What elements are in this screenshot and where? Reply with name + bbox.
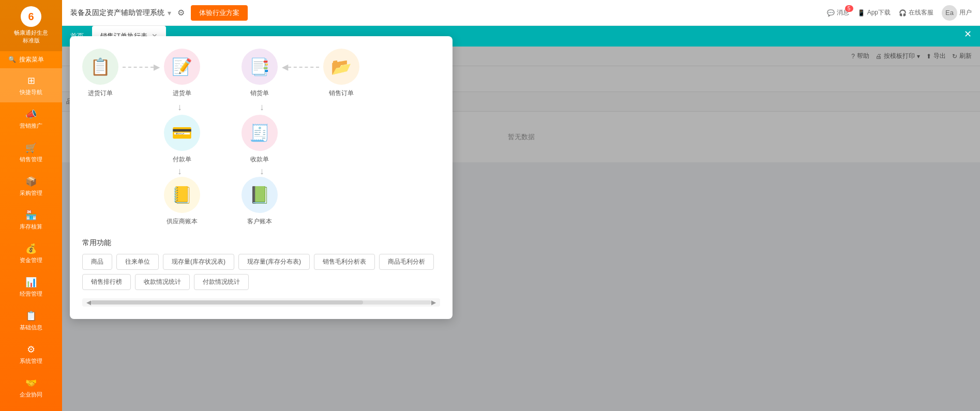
sales-bill-label: 销货单 bbox=[250, 89, 269, 98]
receipt-bill-label: 收款单 bbox=[250, 155, 269, 164]
customer-ledger-node: 📗 客户账本 bbox=[242, 177, 278, 226]
customer-ledger-label: 客户账本 bbox=[247, 217, 272, 226]
purchase-bill-icon: 📝 bbox=[164, 49, 200, 85]
dropdown-arrow-icon: ▾ bbox=[168, 9, 171, 17]
purchase-order-icon: 📋 bbox=[82, 49, 118, 85]
supplier-ledger-node: 📒 供应商账本 bbox=[164, 177, 200, 226]
common-functions-title: 常用功能 bbox=[82, 238, 440, 248]
scroll-right-icon[interactable]: ▶ bbox=[431, 299, 436, 306]
sidebar-item-operations[interactable]: 📊经营管理 bbox=[0, 270, 62, 304]
common-btn-0[interactable]: 商品 bbox=[82, 254, 112, 270]
sidebar-item-basic-info[interactable]: 📋基础信息 bbox=[0, 304, 62, 338]
message-button[interactable]: 💬 消息 5 bbox=[827, 8, 849, 17]
enterprise-icon: 🤝 bbox=[25, 377, 37, 389]
sales-order-node: 📂 销售订单 bbox=[323, 49, 359, 98]
scroll-thumb bbox=[91, 300, 363, 305]
scroll-left-icon[interactable]: ◀ bbox=[86, 299, 91, 306]
sidebar-nav: ⊞快捷导航📣营销推广🛒销售管理📦采购管理🏪库存核算💰资金管理📊经营管理📋基础信息… bbox=[0, 69, 62, 411]
popup-scrollbar[interactable]: ◀ ▶ bbox=[82, 298, 440, 307]
purchase-order-label: 进货订单 bbox=[88, 89, 113, 98]
supplier-ledger-label: 供应商账本 bbox=[167, 217, 198, 226]
common-buttons-row: 商品往来单位现存量(库存状况表)现存量(库存分布表)销售毛利分析表商品毛利分析销… bbox=[82, 254, 440, 290]
quick-nav-icon: ⊞ bbox=[27, 75, 35, 86]
common-btn-6[interactable]: 销售排行榜 bbox=[82, 274, 131, 290]
inventory-icon: 🏪 bbox=[25, 209, 37, 221]
marketing-icon: 📣 bbox=[25, 109, 37, 120]
system-icon: ⚙ bbox=[27, 344, 35, 355]
sidebar-item-quick-nav[interactable]: ⊞快捷导航 bbox=[0, 69, 62, 102]
avatar: Ea bbox=[942, 5, 957, 21]
purchase-icon: 📦 bbox=[25, 176, 37, 187]
system-name: 装备及固定资产辅助管理系统 bbox=[70, 8, 164, 18]
common-btn-1[interactable]: 往来单位 bbox=[116, 254, 159, 270]
sales-order-label: 销售订单 bbox=[329, 89, 354, 98]
sidebar-search[interactable]: 🔍 搜索菜单 bbox=[0, 51, 62, 69]
service-icon: 🎧 bbox=[899, 9, 907, 17]
sidebar-logo: 6 畅康通好生意 标准版 bbox=[0, 0, 62, 51]
customer-ledger-icon: 📗 bbox=[242, 177, 278, 213]
header-actions: 💬 消息 5 📱 App下载 🎧 在线客服 Ea 用户 bbox=[827, 5, 972, 21]
user-area[interactable]: Ea 用户 bbox=[942, 5, 972, 21]
common-btn-7[interactable]: 收款情况统计 bbox=[135, 274, 190, 290]
common-functions-section: 常用功能 商品往来单位现存量(库存状况表)现存量(库存分布表)销售毛利分析表商品… bbox=[82, 238, 440, 290]
message-badge: 5 bbox=[845, 5, 853, 12]
sidebar: 6 畅康通好生意 标准版 🔍 搜索菜单 ⊞快捷导航📣营销推广🛒销售管理📦采购管理… bbox=[0, 0, 62, 411]
scroll-track bbox=[91, 300, 431, 305]
header-title-area: 装备及固定资产辅助管理系统 ▾ ⚙ 体验行业方案 bbox=[70, 5, 827, 21]
sidebar-item-enterprise[interactable]: 🤝企业协同 bbox=[0, 371, 62, 405]
online-service-button[interactable]: 🎧 在线客服 bbox=[899, 8, 933, 17]
popup: 📋 进货订单 ▶ 📝 进货单 ↓ bbox=[70, 36, 453, 319]
basic-info-icon: 📋 bbox=[25, 310, 37, 322]
payment-bill-icon: 💳 bbox=[164, 115, 200, 151]
sidebar-item-system[interactable]: ⚙系统管理 bbox=[0, 338, 62, 371]
logo-icon: 6 bbox=[21, 6, 41, 27]
receipt-bill-node: 🧾 收款单 bbox=[242, 115, 278, 164]
common-btn-5[interactable]: 商品毛利分析 bbox=[379, 254, 434, 270]
receipt-bill-icon: 🧾 bbox=[242, 115, 278, 151]
sidebar-item-inventory[interactable]: 🏪库存核算 bbox=[0, 203, 62, 237]
sales-bill-icon: 📑 bbox=[242, 49, 278, 85]
sales-order-icon: 📂 bbox=[323, 49, 359, 85]
supplier-ledger-icon: 📒 bbox=[164, 177, 200, 213]
app-icon: 📱 bbox=[857, 9, 865, 17]
common-btn-2[interactable]: 现存量(库存状况表) bbox=[163, 254, 234, 270]
sales-icon: 🛒 bbox=[25, 142, 37, 154]
flow-section: 📋 进货订单 ▶ 📝 进货单 ↓ bbox=[82, 49, 440, 226]
operations-icon: 📊 bbox=[25, 277, 37, 288]
message-icon: 💬 bbox=[827, 9, 835, 17]
sidebar-item-finance[interactable]: 💰资金管理 bbox=[0, 237, 62, 270]
purchase-bill-label: 进货单 bbox=[173, 89, 191, 98]
logo-text: 畅康通好生意 标准版 bbox=[14, 29, 48, 45]
purchase-order-node: 📋 进货订单 bbox=[82, 49, 118, 98]
purchase-bill-node: 📝 进货单 bbox=[164, 49, 200, 98]
gear-icon[interactable]: ⚙ bbox=[177, 8, 185, 18]
common-btn-3[interactable]: 现存量(库存分布表) bbox=[238, 254, 310, 270]
sidebar-item-marketing[interactable]: 📣营销推广 bbox=[0, 102, 62, 136]
common-btn-4[interactable]: 销售毛利分析表 bbox=[314, 254, 375, 270]
search-icon: 🔍 bbox=[8, 56, 16, 63]
payment-bill-node: 💳 付款单 bbox=[164, 115, 200, 164]
common-btn-8[interactable]: 付款情况统计 bbox=[194, 274, 249, 290]
sidebar-item-purchase[interactable]: 📦采购管理 bbox=[0, 170, 62, 203]
header: 装备及固定资产辅助管理系统 ▾ ⚙ 体验行业方案 💬 消息 5 📱 App下载 … bbox=[62, 0, 980, 26]
main-close-icon[interactable]: ✕ bbox=[964, 28, 972, 40]
sales-bill-node: 📑 销货单 bbox=[242, 49, 278, 98]
finance-icon: 💰 bbox=[25, 243, 37, 254]
app-download-button[interactable]: 📱 App下载 bbox=[857, 8, 891, 17]
payment-bill-label: 付款单 bbox=[173, 155, 191, 164]
sidebar-item-sales[interactable]: 🛒销售管理 bbox=[0, 136, 62, 170]
sidebar-item-guide[interactable]: 📖新手引导 bbox=[0, 405, 62, 411]
system-name-dropdown[interactable]: 装备及固定资产辅助管理系统 ▾ bbox=[70, 8, 171, 18]
trial-button[interactable]: 体验行业方案 bbox=[191, 5, 248, 21]
